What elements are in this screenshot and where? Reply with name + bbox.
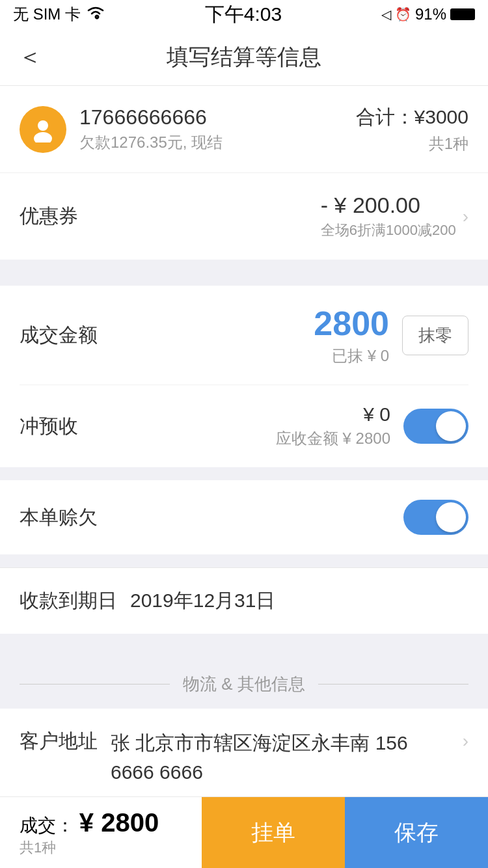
address-value: 张 北京市市辖区海淀区永丰南 156 6666 6666 bbox=[111, 728, 450, 787]
charge-toggle[interactable] bbox=[403, 409, 468, 444]
customer-right: 合计：¥3000 共1种 bbox=[356, 104, 468, 154]
battery-icon bbox=[450, 8, 475, 20]
address-section[interactable]: 客户地址 张 北京市市辖区海淀区永丰南 156 6666 6666 › bbox=[0, 709, 488, 806]
debt-toggle[interactable] bbox=[403, 500, 468, 535]
bottom-summary-line1: 成交： ¥ 2800 bbox=[20, 808, 182, 838]
due-date-label: 收款到期日 bbox=[20, 588, 117, 614]
coupon-discount: - ¥ 200.00 bbox=[321, 193, 456, 218]
customer-section: 17666666666 欠款1276.35元, 现结 合计：¥3000 共1种 … bbox=[0, 86, 488, 260]
nav-bar: ＜ 填写结算等信息 bbox=[0, 29, 488, 86]
logistics-divider: 物流 & 其他信息 bbox=[0, 660, 488, 709]
total-amount: 合计：¥3000 bbox=[356, 104, 468, 131]
maling-button[interactable]: 抹零 bbox=[402, 316, 468, 355]
due-date-section: 收款到期日 2019年12月31日 bbox=[0, 568, 488, 634]
amount-section: 成交金额 2800 已抹 ¥ 0 抹零 冲预收 ¥ 0 应收金额 ¥ 2800 bbox=[0, 286, 488, 467]
coupon-desc: 全场6折满1000减200 bbox=[321, 221, 456, 240]
bottom-summary: 成交： ¥ 2800 共1种 bbox=[0, 797, 202, 868]
svg-point-1 bbox=[34, 132, 52, 142]
logistics-line-left bbox=[20, 684, 170, 685]
bottom-bar: 成交： ¥ 2800 共1种 挂单 保存 bbox=[0, 796, 488, 868]
status-time: 下午4:03 bbox=[205, 1, 282, 28]
logistics-line-right bbox=[318, 684, 468, 685]
due-date-value: 2019年12月31日 bbox=[130, 588, 275, 614]
logistics-text: 物流 & 其他信息 bbox=[183, 673, 305, 696]
address-arrow-icon: › bbox=[463, 728, 468, 752]
section-divider-4 bbox=[0, 647, 488, 660]
deal-amount-value: 2800 bbox=[314, 304, 389, 343]
status-left: 无 SIM 卡 bbox=[13, 4, 105, 25]
bottom-summary-prefix: 成交： bbox=[20, 815, 74, 835]
customer-info: 17666666666 欠款1276.35元, 现结 bbox=[79, 105, 223, 153]
customer-debt: 欠款1276.35元, 现结 bbox=[79, 132, 223, 153]
charge-label: 冲预收 bbox=[20, 413, 78, 440]
carrier-text: 无 SIM 卡 bbox=[13, 4, 81, 25]
coupon-arrow-icon: › bbox=[463, 206, 468, 227]
section-divider-1 bbox=[0, 273, 488, 286]
location-icon: ◁ bbox=[381, 7, 391, 22]
charge-receivable: 应收金额 ¥ 2800 bbox=[276, 428, 390, 449]
coupon-row[interactable]: 优惠券 - ¥ 200.00 全场6折满1000减200 › bbox=[0, 173, 488, 260]
customer-phone: 17666666666 bbox=[79, 105, 223, 129]
charge-right: ¥ 0 应收金额 ¥ 2800 bbox=[276, 403, 468, 449]
page-title: 填写结算等信息 bbox=[167, 42, 321, 72]
avatar bbox=[20, 106, 66, 153]
customer-left: 17666666666 欠款1276.35元, 现结 bbox=[20, 105, 223, 153]
charge-amounts: ¥ 0 应收金额 ¥ 2800 bbox=[276, 403, 390, 449]
wifi-icon bbox=[86, 5, 105, 23]
customer-row[interactable]: 17666666666 欠款1276.35元, 现结 合计：¥3000 共1种 bbox=[0, 86, 488, 173]
alarm-icon: ⏰ bbox=[395, 7, 411, 22]
address-label: 客户地址 bbox=[20, 728, 98, 755]
deal-amount-right: 2800 已抹 ¥ 0 抹零 bbox=[314, 304, 468, 366]
status-right: ◁ ⏰ 91% bbox=[381, 5, 475, 23]
battery-percent: 91% bbox=[415, 5, 446, 23]
deal-amount-label: 成交金额 bbox=[20, 322, 98, 349]
charge-row: 冲预收 ¥ 0 应收金额 ¥ 2800 bbox=[20, 385, 468, 467]
deal-amount-sub: 已抹 ¥ 0 bbox=[314, 346, 389, 366]
save-button[interactable]: 保存 bbox=[345, 797, 488, 868]
hang-button[interactable]: 挂单 bbox=[202, 797, 345, 868]
back-button[interactable]: ＜ bbox=[18, 41, 42, 73]
coupon-label: 优惠券 bbox=[20, 203, 78, 230]
bottom-summary-amount: ¥ 2800 bbox=[79, 808, 159, 837]
debt-label: 本单赊欠 bbox=[20, 504, 98, 531]
deal-amount-row: 成交金额 2800 已抹 ¥ 0 抹零 bbox=[20, 286, 468, 385]
status-bar: 无 SIM 卡 下午4:03 ◁ ⏰ 91% bbox=[0, 0, 488, 29]
coupon-right: - ¥ 200.00 全场6折满1000减200 › bbox=[321, 193, 468, 240]
debt-section: 本单赊欠 bbox=[0, 480, 488, 554]
svg-point-0 bbox=[38, 120, 48, 131]
bottom-summary-count: 共1种 bbox=[20, 838, 182, 858]
total-count: 共1种 bbox=[356, 133, 468, 154]
charge-amount: ¥ 0 bbox=[276, 403, 390, 426]
section-divider-2 bbox=[0, 467, 488, 480]
